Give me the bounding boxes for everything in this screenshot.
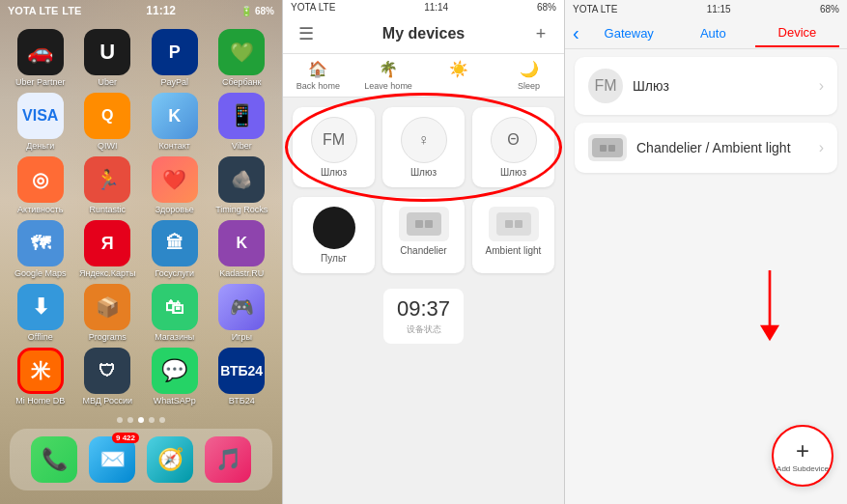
timing-icon: 🪨	[231, 169, 252, 190]
p3-battery: 68%	[820, 4, 839, 14]
device-item-chandelier[interactable]: Chandelier / Ambient light ›	[575, 123, 837, 173]
tab-auto[interactable]: Auto	[671, 20, 755, 46]
safari-icon: 🧭	[157, 447, 184, 472]
zdorove-icon: ❤️	[162, 168, 186, 191]
device-gateway3[interactable]: Θ Шлюз	[472, 107, 554, 187]
magaziny-label: Магазины	[155, 332, 194, 342]
magaziny-icon: 🛍	[165, 296, 184, 319]
app-vtb24[interactable]: ВТБ24 ВТБ24	[212, 348, 273, 406]
app-uber[interactable]: U Uber	[77, 29, 139, 87]
page-dots	[0, 411, 282, 429]
gateway1-label: Шлюз	[321, 167, 347, 178]
yandex-label: Яндекс.Карты	[79, 268, 135, 278]
app-gosuslugi[interactable]: 🏛 Госуслуги	[144, 220, 206, 278]
dengi-icon: VISA	[22, 107, 58, 125]
timing-label: Timing Rocks	[215, 205, 268, 214]
scene-tab-leavehome[interactable]: 🌴 Leave home	[353, 54, 424, 97]
panel1-home-screen: YOTA LTE LTE 11:12 🔋 68% 🚗 Uber Partner …	[0, 0, 282, 504]
app-offline[interactable]: ⬇ Offline	[10, 284, 71, 342]
app-runtastic[interactable]: 🏃 Runtastic	[77, 156, 139, 214]
viber-icon: 📱	[229, 103, 255, 128]
battery-icon: 🔋	[240, 6, 252, 16]
app-igry[interactable]: 🎮 Игры	[212, 284, 273, 342]
status-bar-3: YOTA LTE 11:15 68%	[565, 0, 847, 18]
app-whatsapp[interactable]: 💬 WhatSAPp	[144, 348, 206, 406]
device-pult[interactable]: Пульт	[293, 197, 375, 273]
add-subdevice-label: Add Subdevice	[776, 464, 829, 473]
dock-safari[interactable]: 🧭	[147, 436, 193, 483]
gateway2-label: Шлюз	[410, 167, 437, 178]
app-paypal[interactable]: P PayPal	[144, 29, 206, 87]
back-button[interactable]: ‹	[573, 18, 587, 48]
music-icon: 🎵	[215, 447, 241, 472]
dot-3	[138, 417, 144, 423]
dock-mail-container[interactable]: ✉️ 9 422	[89, 436, 135, 483]
uber-icon: U	[99, 40, 115, 65]
app-yandex[interactable]: Я Яндекс.Карты	[77, 220, 139, 278]
gateway3-label: Шлюз	[500, 167, 526, 178]
scene-tab-backhome-label: Back home	[296, 81, 340, 91]
shlyuz-chevron-icon: ›	[819, 77, 824, 95]
time-widget-display: 09:37	[397, 296, 450, 322]
scene-tab-backhome[interactable]: 🏠 Back home	[283, 54, 353, 97]
app-magaziny[interactable]: 🛍 Магазины	[144, 284, 206, 342]
aktivnost-icon: ◎	[32, 168, 48, 191]
add-subdevice-button[interactable]: + Add Subdevice	[772, 425, 833, 487]
device-gateway1[interactable]: FM Шлюз	[293, 107, 375, 187]
p3-carrier: YOTA LTE	[573, 4, 617, 14]
maps-icon: 🗺	[31, 233, 50, 255]
offline-icon: ⬇	[32, 294, 49, 320]
kadastr-label: Kadastr.RU	[219, 268, 264, 278]
pult-icon	[313, 207, 355, 249]
tab-gateway-label: Gateway	[605, 26, 654, 41]
mvd-label: МВД России	[82, 396, 132, 406]
chandelier-device-icon	[588, 134, 627, 161]
app-mihome[interactable]: 米 Mi Home DB	[10, 348, 71, 406]
menu-button[interactable]: ☰	[293, 20, 320, 47]
sberbank-icon: 💚	[230, 41, 254, 64]
dot-1	[117, 417, 123, 423]
app-zdorove[interactable]: ❤️ Здоровье	[144, 156, 206, 214]
device-ambient[interactable]: Ambient light	[472, 197, 554, 273]
app-uber-partner[interactable]: 🚗 Uber Partner	[10, 29, 71, 87]
device-item-shlyuz[interactable]: FM Шлюз ›	[575, 57, 837, 115]
device-gateway2[interactable]: ♀ Шлюз	[382, 107, 465, 187]
dengi-label: Деньги	[26, 141, 54, 151]
programs-label: Programs	[89, 332, 127, 342]
app-qiwi[interactable]: Q QIWI	[77, 93, 139, 151]
app-kontakt[interactable]: K Контакт	[144, 93, 206, 151]
leave-icon: 🌴	[379, 60, 398, 78]
app-kadastr[interactable]: K Kadastr.RU	[212, 220, 273, 278]
app-viber[interactable]: 📱 Viber	[212, 93, 273, 151]
app-sberbank[interactable]: 💚 Сбербанк	[212, 29, 273, 87]
app-dengi[interactable]: VISA Деньги	[10, 93, 71, 151]
app-mvd[interactable]: 🛡 МВД России	[77, 348, 139, 406]
kontakt-label: Контакт	[159, 141, 190, 151]
app-aktivnost[interactable]: ◎ Активность	[10, 156, 71, 214]
svg-marker-1	[760, 325, 779, 342]
dock-phone[interactable]: 📞	[31, 436, 77, 483]
dock-music[interactable]: 🎵	[205, 436, 251, 483]
uber-partner-icon: 🚗	[27, 40, 53, 65]
shlyuz-text: Шлюз	[633, 78, 669, 94]
dock-mail[interactable]: ✉️	[89, 436, 135, 483]
ambient-label: Ambient light	[486, 245, 542, 256]
gateway1-icon: FM	[311, 117, 357, 163]
p2-carrier: YOTA LTE	[291, 2, 335, 13]
device-chandelier[interactable]: Chandelier	[382, 197, 465, 273]
status-bar-1: YOTA LTE LTE 11:12 🔋 68%	[0, 0, 282, 21]
carrier-label: YOTA LTE	[8, 5, 58, 16]
tab-gateway[interactable]: Gateway	[587, 20, 671, 46]
app-maps[interactable]: 🗺 Google Maps	[10, 220, 71, 278]
qiwi-label: QIWI	[98, 141, 118, 151]
shlyuz-icon: FM	[588, 69, 623, 103]
scene-tab-sleep[interactable]: 🌙 Sleep	[494, 54, 564, 97]
add-device-button[interactable]: +	[527, 20, 554, 47]
add-icon: +	[536, 24, 547, 44]
vtb24-label: ВТБ24	[229, 396, 255, 406]
app-programs[interactable]: 📦 Programs	[77, 284, 139, 342]
scene-tab-sun[interactable]: ☀️	[424, 54, 494, 97]
app-timing[interactable]: 🪨 Timing Rocks	[212, 156, 273, 214]
p3-time: 11:15	[707, 4, 731, 14]
tab-device[interactable]: Device	[755, 19, 839, 47]
